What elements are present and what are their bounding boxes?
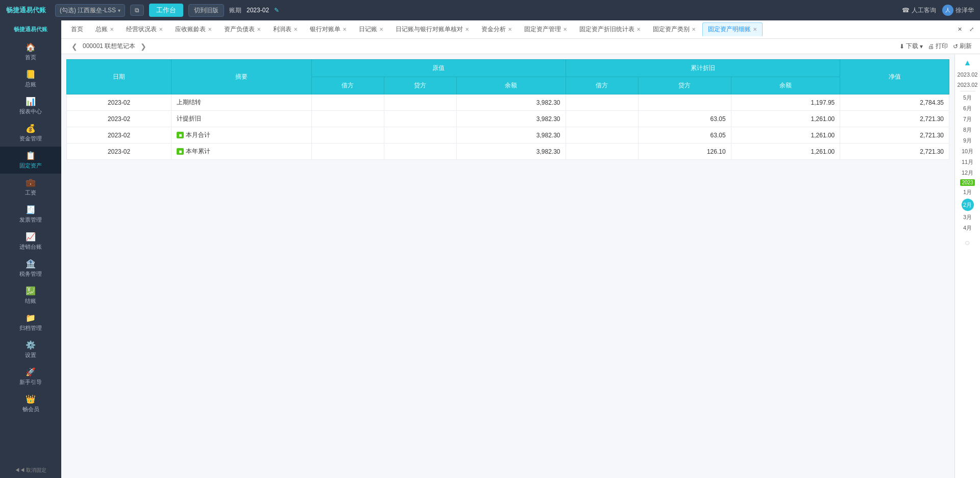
tab-depreciation-stats[interactable]: 固定资产折旧统计表 ✕ [574, 22, 646, 36]
sidebar-item-member[interactable]: 👑 畅会员 [0, 390, 61, 417]
support-button[interactable]: ☎ 人工客询 [902, 6, 936, 15]
panel-month-8[interactable]: 8月 [955, 125, 980, 135]
col-orig-debit: 借方 [311, 77, 384, 94]
tab-profit[interactable]: 利润表 ✕ [267, 22, 303, 36]
copy-button[interactable]: ⧉ [130, 5, 144, 16]
tab-journal[interactable]: 日记账 ✕ [353, 22, 389, 36]
tab-bank-statement[interactable]: 银行对账单 ✕ [304, 22, 352, 36]
tab-home[interactable]: 首页 [65, 22, 89, 36]
fixed-assets-icon: 📋 [26, 151, 36, 160]
tab-receivable-aging[interactable]: 应收账龄表 ✕ [169, 22, 217, 36]
funds-icon: 💰 [26, 124, 36, 133]
sidebar-item-guide[interactable]: 🚀 新手引导 [0, 363, 61, 390]
refresh-icon: ↺ [953, 43, 958, 50]
panel-month-6[interactable]: 6月 [955, 103, 980, 114]
sidebar-item-settings[interactable]: ⚙️ 设置 [0, 336, 61, 363]
tab-ledger-close[interactable]: ✕ [110, 27, 114, 32]
sidebar-label-home: 首页 [25, 54, 36, 61]
tab-balance-sheet[interactable]: 资产负债表 ✕ [218, 22, 266, 36]
ledger-icon: 📒 [26, 69, 36, 79]
panel-month-4[interactable]: 4月 [955, 223, 980, 233]
edit-period-icon[interactable]: ✎ [274, 7, 279, 14]
col-accumulated-dep: 累计折旧 [566, 60, 840, 77]
workbench-button[interactable]: 工作台 [149, 4, 183, 17]
panel-month-10[interactable]: 10月 [955, 146, 980, 157]
unpin-sidebar-button[interactable]: ◀◀ 取消固定 [0, 463, 61, 478]
close-all-tabs-button[interactable]: ✕ [955, 25, 964, 34]
row3-orig-balance: 3,982.30 [456, 127, 566, 144]
maximize-button[interactable]: ⤢ [967, 25, 976, 34]
up-arrow-icon[interactable]: ▲ [962, 56, 974, 69]
tab-business-status-close[interactable]: ✕ [159, 27, 163, 32]
tab-fixed-assets-mgmt-close[interactable]: ✕ [563, 27, 567, 32]
tab-fund-analysis-close[interactable]: ✕ [508, 27, 512, 32]
tab-ledger[interactable]: 总账 ✕ [90, 22, 119, 36]
row1-summary: 上期结转 [172, 94, 312, 111]
switch-old-button[interactable]: 切到旧版 [188, 4, 224, 17]
tab-balance-sheet-close[interactable]: ✕ [257, 27, 261, 32]
next-asset-button[interactable]: ❯ [138, 42, 149, 51]
sidebar-item-fixed-assets[interactable]: 📋 固定资产 [0, 147, 61, 174]
panel-month-7[interactable]: 7月 [955, 114, 980, 125]
sidebar-item-ledger[interactable]: 📒 总账 [0, 65, 61, 92]
panel-month-12[interactable]: 12月 [955, 168, 980, 178]
support-icon: ☎ [902, 7, 910, 14]
circle-icon[interactable]: ○ [963, 235, 972, 250]
panel-month-9[interactable]: 9月 [955, 135, 980, 146]
sidebar-label-salary: 工资 [25, 189, 36, 197]
row3-dep-credit: 63.05 [638, 127, 731, 144]
panel-month-1[interactable]: 1月 [955, 187, 980, 198]
tab-bank-statement-close[interactable]: ✕ [342, 27, 347, 32]
sidebar-item-sales[interactable]: 📈 进销台账 [0, 228, 61, 255]
tab-profit-close[interactable]: ✕ [293, 27, 298, 32]
tab-depreciation-stats-close[interactable]: ✕ [636, 27, 641, 32]
company-selector[interactable]: (勾选) 江西服垒-LSS ▾ [55, 4, 125, 17]
sidebar-item-salary[interactable]: 💼 工资 [0, 174, 61, 201]
tab-business-status[interactable]: 经营状况表 ✕ [120, 22, 168, 36]
tab-journal-close[interactable]: ✕ [379, 27, 383, 32]
col-dep-credit: 贷方 [638, 77, 731, 94]
table-row: 2023-02 ■本年累计 3,982.30 126.10 1 [67, 144, 949, 160]
avatar: 人 [942, 5, 953, 16]
row2-dep-credit: 63.05 [638, 111, 731, 127]
tab-asset-detail-close[interactable]: ✕ [753, 27, 757, 32]
user-menu[interactable]: 人 徐泽华 [942, 5, 974, 16]
table-area: 日期 摘要 原值 累计折旧 净值 借方 贷方 余额 [61, 54, 954, 478]
download-button[interactable]: ⬇ 下载 ▾ [899, 42, 923, 51]
refresh-label: 刷新 [960, 42, 972, 51]
tab-journal-bank-reconcile-close[interactable]: ✕ [465, 27, 469, 32]
sidebar-item-tax[interactable]: 🏦 税务管理 [0, 255, 61, 282]
panel-month-11[interactable]: 11月 [955, 157, 980, 168]
sidebar-item-home[interactable]: 🏠 首页 [0, 38, 61, 65]
prev-asset-button[interactable]: ❮ [69, 42, 80, 51]
sidebar-item-funds[interactable]: 💰 资金管理 [0, 119, 61, 147]
tab-fund-analysis[interactable]: 资金分析 ✕ [476, 22, 518, 36]
panel-month-5[interactable]: 5月 [955, 92, 980, 103]
panel-month-3[interactable]: 3月 [955, 212, 980, 223]
tab-asset-category[interactable]: 固定资产类别 ✕ [647, 22, 701, 36]
refresh-button[interactable]: ↺ 刷新 [953, 42, 972, 51]
home-icon: 🏠 [26, 42, 36, 52]
sidebar-item-reports[interactable]: 📊 报表中心 [0, 92, 61, 119]
tab-asset-detail[interactable]: 固定资产明细账 ✕ [702, 22, 763, 36]
sidebar-label-sales: 进销台账 [19, 243, 42, 251]
tab-receivable-aging-close[interactable]: ✕ [208, 27, 212, 32]
tab-journal-bank-reconcile[interactable]: 日记账与银行对账单核对 ✕ [390, 22, 475, 36]
download-label: 下载 [906, 42, 918, 51]
tab-asset-category-close[interactable]: ✕ [692, 27, 696, 32]
tab-home-label: 首页 [71, 25, 83, 34]
col-orig-balance: 余额 [456, 77, 566, 94]
panel-date-2: 2023.02 [955, 80, 980, 90]
row4-net: 2,721.30 [840, 144, 949, 160]
active-month-container: 2月 [962, 199, 974, 211]
tab-fixed-assets-mgmt[interactable]: 固定资产管理 ✕ [519, 22, 573, 36]
sidebar-item-invoice[interactable]: 🧾 发票管理 [0, 201, 61, 228]
breadcrumb: 000001 联想笔记本 [83, 42, 135, 51]
right-date-panel: ▲ 2023.02 2023.02 5月 6月 7月 8月 9月 10月 11月… [954, 54, 980, 478]
sidebar-item-archive[interactable]: 📁 归档管理 [0, 309, 61, 336]
row4-orig-credit [384, 144, 456, 160]
panel-month-2-active[interactable]: 2月 [962, 199, 974, 211]
sidebar-item-settle[interactable]: 💹 结账 [0, 282, 61, 309]
print-button[interactable]: 🖨 打印 [928, 42, 948, 51]
sidebar-label-archive: 归档管理 [19, 324, 42, 332]
